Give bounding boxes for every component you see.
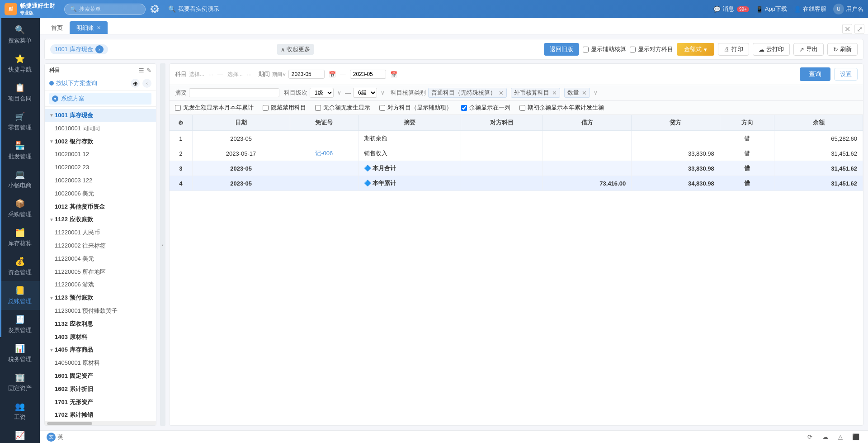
period-calendar-icon[interactable]: 📅 [329, 71, 336, 78]
tree-item-10020002[interactable]: 10020002 23 [45, 161, 156, 174]
horizontal-scrollbar[interactable] [45, 421, 156, 425]
sidebar-item-invoice[interactable]: 🧾 发票管理 [0, 310, 40, 339]
tab-ledger[interactable]: 明细账 ✕ [70, 21, 108, 34]
status-lang-btn[interactable]: 文 英 [47, 433, 63, 442]
query-btn[interactable]: 查询 [800, 67, 830, 81]
show-contra-input[interactable] [630, 47, 636, 52]
option-balance-one-col-input[interactable] [461, 105, 467, 111]
tree-item-1123[interactable]: ▼ 1123 预付账款 [45, 291, 156, 305]
option-hide-disabled-input[interactable] [263, 105, 269, 111]
show-contra-checkbox[interactable]: 显示对方科目 [630, 45, 673, 53]
settings-gear-icon[interactable] [150, 4, 159, 14]
level-start-select[interactable]: 1级2级3级 [310, 88, 334, 98]
option-balance-one-col[interactable]: 余额显示在一列 [461, 104, 510, 112]
tree-item-11220002[interactable]: 11220002 往来标签 [45, 239, 156, 252]
level-end-select[interactable]: 6级5级4级 [353, 88, 377, 98]
sidebar-item-operations[interactable]: 📈 经营管理 [0, 426, 40, 443]
app-download-btn[interactable]: 📱 App下载 [756, 5, 787, 13]
option-no-balance-input[interactable] [315, 105, 321, 111]
sidebar-item-purchase[interactable]: 📦 采购管理 [0, 194, 40, 223]
settings-btn[interactable]: 设置 [834, 68, 858, 81]
tree-item-10020006[interactable]: 10020006 美元 [45, 187, 156, 200]
tag-quantity-close[interactable]: ✕ [582, 90, 587, 96]
status-icon-4[interactable]: ⬛ [850, 432, 861, 443]
option-beginning-balance[interactable]: 期初余额显示本年累计发生额 [519, 104, 604, 112]
online-service-btn[interactable]: 👤 在线客服 [794, 5, 826, 13]
refresh-btn[interactable]: ↻ 刷新 [827, 43, 858, 56]
tab-close-icon[interactable]: ✕ [97, 25, 101, 31]
sidebar-item-capital[interactable]: 💰 资金管理 [0, 252, 40, 281]
sidebar-item-payroll[interactable]: 👥 工资 [0, 397, 40, 426]
search-bar[interactable]: 🔍 搜索菜单 [64, 4, 146, 15]
tree-item-1002[interactable]: ▼ 1002 银行存款 [45, 135, 156, 148]
period-end-input[interactable] [350, 70, 386, 79]
cloud-print-btn[interactable]: ☁ 云打印 [753, 43, 790, 56]
window-expand-btn[interactable]: ⤢ [854, 24, 864, 34]
show-aux-input[interactable] [583, 47, 589, 52]
sidebar-item-inventory[interactable]: 🗂️ 库存核算 [0, 223, 40, 252]
tree-item-11220004[interactable]: 11220004 美元 [45, 252, 156, 266]
tag-normal-close[interactable]: ✕ [499, 90, 504, 96]
tag-foreign-close[interactable]: ✕ [552, 90, 557, 96]
tree-item-1132[interactable]: 1132 应收利息 [45, 318, 156, 331]
tree-item-1702[interactable]: 1702 累计摊销 [45, 409, 156, 421]
window-close-btn[interactable]: ✕ [842, 24, 852, 34]
option-beginning-balance-input[interactable] [519, 105, 525, 111]
panel-collapse-arrow[interactable]: ‹ [160, 63, 165, 426]
option-contra-display[interactable]: 对方科目（显示辅助项） [379, 104, 452, 112]
subject-input-2[interactable]: 选择... [227, 71, 243, 78]
scheme-settings-icon[interactable]: ⊕ [131, 79, 140, 88]
tree-item-11220001[interactable]: 11220001 人民币 [45, 226, 156, 239]
edit-icon[interactable]: ✎ [146, 67, 151, 74]
sidebar-item-search[interactable]: 🔍 搜索菜单 [0, 20, 40, 49]
period-start-input[interactable] [288, 70, 325, 79]
summary-input[interactable] [189, 88, 279, 97]
sidebar-item-fixed-assets[interactable]: 🏢 固定资产 [0, 368, 40, 397]
sidebar-item-project[interactable]: 📋 项目合同 [0, 78, 40, 107]
option-hide-disabled[interactable]: 隐藏禁用科目 [263, 104, 306, 112]
tree-item-1001[interactable]: ▼ 1001 库存现金 [45, 109, 156, 122]
sidebar-item-ledger[interactable]: 📒 总账管理 [0, 281, 40, 310]
status-icon-1[interactable]: ⟳ [804, 432, 815, 443]
tree-item-11220005[interactable]: 11220005 所在地区 [45, 266, 156, 279]
sidebar-item-quicknav[interactable]: ⭐ 快捷导航 [0, 49, 40, 78]
return-old-btn[interactable]: 退回旧版 [544, 43, 579, 56]
option-no-balance[interactable]: 无余额无发生显示 [315, 104, 370, 112]
tree-item-11230001[interactable]: 11230001 预付账款黄子 [45, 305, 156, 318]
export-btn[interactable]: ↗ 导出 [793, 43, 824, 56]
tree-item-1701[interactable]: 1701 无形资产 [45, 396, 156, 409]
scheme-collapse-icon[interactable]: ‹ [142, 79, 151, 88]
tree-item-1601[interactable]: 1601 固定资产 [45, 370, 156, 383]
option-no-occurrence[interactable]: 无发生额显示本月本年累计 [175, 104, 254, 112]
period-calendar-end-icon[interactable]: 📅 [390, 71, 397, 78]
tree-item-11220006[interactable]: 11220006 游戏 [45, 278, 156, 291]
period-type[interactable]: 期间∨ [272, 71, 286, 78]
tree-item-10020001[interactable]: 10020001 12 [45, 148, 156, 161]
gold-format-btn[interactable]: 金额式 ▾ [677, 43, 714, 56]
sidebar-item-wholesale[interactable]: 🏪 批发管理 [0, 136, 40, 165]
status-icon-3[interactable]: △ [835, 432, 846, 443]
tree-item-10010001[interactable]: 10010001 同同同 [45, 122, 156, 135]
account-nav-arrow[interactable]: › [95, 45, 104, 53]
option-no-occurrence-input[interactable] [175, 105, 181, 111]
sidebar-item-tax[interactable]: 📊 税务管理 [0, 339, 40, 368]
col-settings[interactable]: ⚙ [170, 115, 192, 131]
tree-item-1012[interactable]: 1012 其他货币资金 [45, 200, 156, 214]
expand-more-btn[interactable]: ∧ 收起更多 [277, 44, 314, 55]
voucher-link[interactable]: 记-006 [315, 150, 333, 157]
option-contra-display-input[interactable] [379, 105, 385, 111]
messages-btn[interactable]: 💬 消息 99+ [713, 5, 749, 13]
status-icon-2[interactable]: ☁ [820, 432, 830, 443]
list-icon[interactable]: ☰ [139, 67, 144, 74]
tree-item-14050001[interactable]: 14050001 原材料 [45, 357, 156, 370]
subject-input[interactable]: 选择... [189, 71, 204, 78]
print-btn[interactable]: 🖨 打印 [718, 43, 749, 56]
sidebar-item-retail[interactable]: 🛒 零售管理 [0, 107, 40, 136]
tab-home[interactable]: 首页 [44, 21, 70, 34]
scheme-item[interactable]: ● 系统方案 [45, 91, 156, 107]
tree-item-1405[interactable]: ▼ 1405 库存商品 [45, 343, 156, 357]
tree-item-1403[interactable]: 1403 原材料 [45, 331, 156, 344]
tree-item-10020003[interactable]: 10020003 122 [45, 174, 156, 187]
show-aux-checkbox[interactable]: 显示辅助核算 [583, 45, 626, 53]
user-profile-btn[interactable]: U 用户名 [833, 4, 863, 14]
